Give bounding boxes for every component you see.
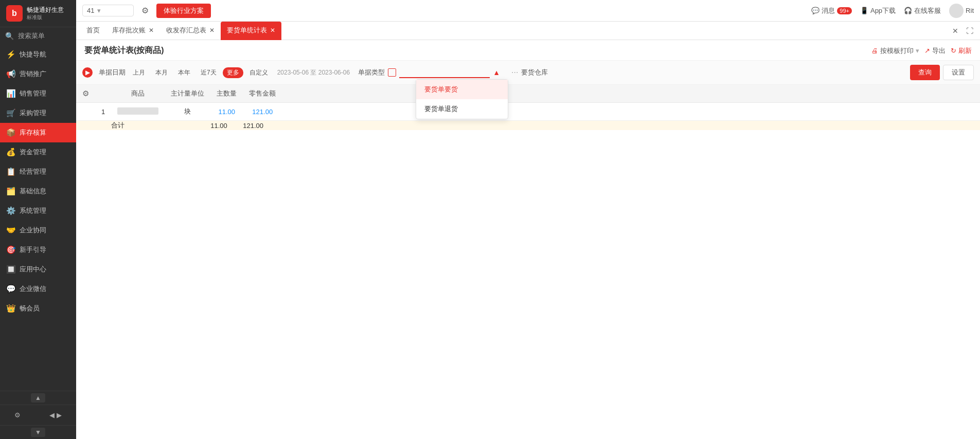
col-index — [95, 85, 111, 103]
tab-batch-account-close[interactable]: ✕ — [149, 27, 154, 33]
query-button[interactable]: 查询 — [910, 65, 940, 80]
tab-receive-summary[interactable]: 收发存汇总表 ✕ — [160, 22, 221, 40]
refresh-label: 刷新 — [958, 46, 972, 56]
online-service-action[interactable]: 🎧 在线客服 — [904, 6, 941, 15]
type-filter-arrow[interactable]: ▲ — [493, 68, 500, 77]
row-index-cell: 1 — [95, 103, 111, 121]
amount-link[interactable]: 121.00 — [252, 108, 273, 116]
row-product-cell — [111, 103, 165, 121]
total-spacer-cell — [282, 121, 980, 131]
tab-receive-summary-close[interactable]: ✕ — [209, 27, 215, 33]
sidebar: b 畅捷通好生意 标准版 🔍 搜索菜单 ⚡ 快捷导航 📢 营销推广 📊 销售管理… — [0, 0, 76, 439]
tab-right-controls: ✕ ⛶ — [949, 25, 976, 37]
date-tab-ben-nian[interactable]: 本年 — [174, 67, 194, 78]
date-tab-more[interactable]: 更多 — [223, 67, 243, 78]
col-quantity: 主数量 — [210, 85, 243, 103]
row-spacer-cell — [282, 103, 980, 121]
filter-more-dots[interactable]: ··· — [511, 68, 518, 77]
sidebar-item-label: 企业微信 — [20, 284, 46, 294]
sidebar-collapse-btn[interactable]: ◀ ▶ — [45, 409, 66, 421]
tab-order-summary-label: 要货单统计表 — [227, 26, 267, 35]
sidebar-item-membership[interactable]: 👑 畅会员 — [0, 299, 76, 318]
print-arrow-icon: ▾ — [916, 47, 919, 54]
app-download-action[interactable]: 📱 App下载 — [860, 6, 896, 15]
quantity-link[interactable]: 11.00 — [218, 108, 235, 116]
tab-order-summary[interactable]: 要货单统计表 ✕ — [221, 22, 281, 40]
print-btn[interactable]: 🖨 按模板打印 ▾ — [871, 46, 919, 56]
dropdown-item-yh-return[interactable]: 要货单退货 — [416, 99, 508, 119]
sidebar-search[interactable]: 🔍 搜索菜单 — [0, 27, 76, 45]
table-row: 1 块 11.00 121.00 — [76, 103, 980, 121]
date-tab-ben-yue[interactable]: 本月 — [151, 67, 172, 78]
guide-icon: 🎯 — [6, 245, 15, 254]
date-range-text: 2023-05-06 至 2023-06-06 — [277, 68, 350, 77]
logo-sub: 标准版 — [27, 14, 64, 21]
sidebar-item-label: 畅会员 — [20, 304, 40, 313]
tab-batch-account[interactable]: 库存批次账 ✕ — [106, 22, 160, 40]
total-unit-cell — [165, 121, 210, 131]
sidebar-bottom: ⚙ ◀ ▶ — [0, 405, 76, 425]
sidebar-item-quick-nav[interactable]: ⚡ 快捷导航 — [0, 45, 76, 64]
sidebar-item-marketing[interactable]: 📢 营销推广 — [0, 64, 76, 84]
tab-order-summary-close[interactable]: ✕ — [270, 27, 275, 33]
filter-expand-btn[interactable]: ▶ — [82, 67, 93, 78]
tab-expand-btn[interactable]: ⛶ — [964, 25, 976, 37]
sidebar-scroll-up[interactable]: ▲ — [31, 393, 45, 403]
sidebar-item-sales[interactable]: 📊 销售管理 — [0, 84, 76, 103]
sidebar-scroll-down[interactable]: ▼ — [31, 428, 45, 437]
total-settings-cell — [76, 121, 95, 131]
type-filter-group: 单据类型 ▲ — [358, 67, 500, 78]
tab-close-all-btn[interactable]: ✕ — [949, 25, 961, 37]
date-tab-jin7tian[interactable]: 近7天 — [197, 67, 221, 78]
online-service-label: 在线客服 — [914, 6, 941, 15]
dropdown-item-yh-single[interactable]: 要货单要货 — [416, 80, 508, 99]
top-header: 41 ▾ ⚙ 体验行业方案 💬 消息 99+ 📱 App下载 🎧 在线客服 — [76, 0, 980, 22]
sidebar-item-label: 资金管理 — [20, 148, 46, 157]
refresh-btn[interactable]: ↻ 刷新 — [951, 46, 972, 56]
membership-icon: 👑 — [6, 304, 15, 313]
sidebar-item-purchase[interactable]: 🛒 采购管理 — [0, 103, 76, 123]
phone-icon: 📱 — [860, 7, 868, 14]
export-btn[interactable]: ↗ 导出 — [924, 46, 946, 56]
sidebar-item-app-center[interactable]: 🔲 应用中心 — [0, 260, 76, 279]
sidebar-item-wechat[interactable]: 💬 企业微信 — [0, 279, 76, 299]
type-filter-input[interactable] — [399, 67, 490, 78]
settings-filter-button[interactable]: 设置 — [943, 65, 974, 80]
tab-receive-summary-label: 收发存汇总表 — [166, 26, 206, 35]
tab-bar: 首页 库存批次账 ✕ 收发存汇总表 ✕ 要货单统计表 ✕ ✕ ⛶ — [76, 22, 980, 40]
sidebar-settings-btn[interactable]: ⚙ — [10, 409, 25, 421]
user-profile[interactable]: Rit — [949, 4, 974, 18]
trial-button[interactable]: 体验行业方案 — [156, 4, 211, 18]
sidebar-item-inventory[interactable]: 📦 库存核算 — [0, 123, 76, 142]
total-amount-cell: 121.00 — [243, 121, 282, 131]
row-amount-cell: 121.00 — [243, 103, 282, 121]
topbar-settings-btn[interactable]: ⚙ — [138, 4, 152, 18]
sidebar-item-operations[interactable]: 📋 经营管理 — [0, 162, 76, 181]
col-settings[interactable]: ⚙ — [76, 85, 95, 103]
date-filter-label: 单据日期 — [99, 68, 126, 77]
total-row: 合计 11.00 121.00 — [76, 121, 980, 131]
date-tab-custom[interactable]: 自定义 — [245, 67, 272, 78]
row-settings-cell — [76, 103, 95, 121]
sidebar-item-label: 库存核算 — [20, 128, 46, 137]
table-container: ⚙ 商品 主计量单位 主数量 零售金额 1 — [76, 85, 980, 439]
basic-info-icon: 🗂️ — [6, 187, 15, 196]
refresh-icon: ↻ — [951, 47, 956, 54]
sidebar-item-basic-info[interactable]: 🗂️ 基础信息 — [0, 181, 76, 201]
messages-action[interactable]: 💬 消息 99+ — [811, 6, 852, 15]
sidebar-item-label: 销售管理 — [20, 89, 46, 98]
app-logo: b 畅捷通好生意 标准版 — [0, 0, 76, 27]
sidebar-item-system[interactable]: ⚙️ 系统管理 — [0, 201, 76, 221]
date-tab-shang-yue[interactable]: 上月 — [129, 67, 149, 78]
company-selector[interactable]: 41 ▾ — [82, 5, 134, 16]
tab-home-label: 首页 — [86, 26, 100, 35]
sidebar-item-guide[interactable]: 🎯 新手引导 — [0, 240, 76, 260]
headset-icon: 🎧 — [904, 7, 912, 14]
sidebar-item-finance[interactable]: 💰 资金管理 — [0, 142, 76, 162]
tab-home[interactable]: 首页 — [80, 22, 106, 40]
purchase-icon: 🛒 — [6, 108, 15, 118]
data-table: ⚙ 商品 主计量单位 主数量 零售金额 1 — [76, 85, 980, 130]
user-avatar — [949, 4, 964, 18]
main-area: 41 ▾ ⚙ 体验行业方案 💬 消息 99+ 📱 App下载 🎧 在线客服 — [76, 0, 980, 439]
sidebar-item-cooperation[interactable]: 🤝 企业协同 — [0, 221, 76, 240]
